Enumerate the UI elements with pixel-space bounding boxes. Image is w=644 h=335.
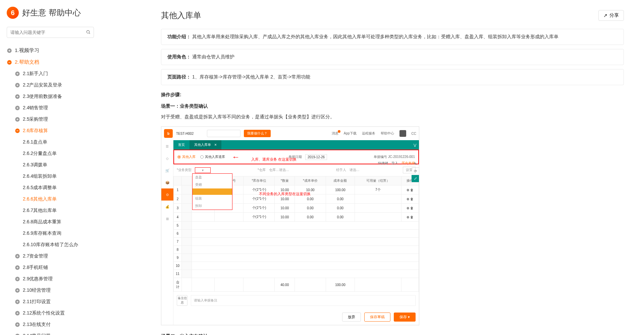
nav-item-2-13[interactable]: 2.13在线支付 bbox=[7, 319, 101, 330]
nav-item-2-6-7[interactable]: 2.6.7其他出库单 bbox=[7, 205, 101, 216]
intro-label: 功能介绍： bbox=[167, 34, 191, 39]
nav-item-2-6[interactable]: 2.6库存核算 bbox=[7, 125, 101, 136]
plus-icon bbox=[15, 265, 20, 270]
share-icon: ↗ bbox=[603, 13, 607, 18]
ss-nav-icon[interactable]: 💰 bbox=[161, 201, 173, 213]
ss-tabs-end: ⋁ bbox=[411, 140, 419, 150]
ss-nav-icon[interactable]: 🛒 bbox=[161, 164, 173, 176]
plus-icon bbox=[15, 254, 20, 259]
search-input[interactable] bbox=[7, 27, 94, 38]
nav-item-2-6-1[interactable]: 2.6.1盘点单 bbox=[7, 136, 101, 148]
annotation-arrow-icon: ← bbox=[232, 152, 240, 162]
ss-help-link[interactable]: 帮助中心 bbox=[381, 131, 394, 136]
ss-date-field[interactable]: 2019-12-26 bbox=[305, 154, 327, 160]
search-icon[interactable] bbox=[86, 30, 91, 35]
nav-item-2-6-3[interactable]: 2.6.3调拨单 bbox=[7, 159, 101, 171]
ss-dd-item[interactable]: 受赠 bbox=[193, 181, 232, 188]
close-icon[interactable]: × bbox=[214, 143, 217, 147]
ss-top-search[interactable] bbox=[207, 130, 240, 137]
ss-handler-label: 经手人 bbox=[336, 168, 346, 172]
th-cost: *成本单价 bbox=[295, 176, 326, 185]
nav-item-video[interactable]: 1.视频学习 bbox=[7, 45, 101, 56]
table-row[interactable]: 5不同业务的入库类型在这里切换 bbox=[174, 222, 419, 230]
nav-item-2-12[interactable]: 2.12系统个性化设置 bbox=[7, 308, 101, 319]
nav-item-2-3[interactable]: 2.3使用前数据准备 bbox=[7, 91, 101, 102]
ss-tool-icon[interactable]: ⤢ bbox=[412, 175, 419, 182]
ss-tool-icon[interactable]: ⟳ bbox=[412, 168, 419, 175]
table-row[interactable]: 7 bbox=[174, 238, 419, 246]
ss-tab-doc[interactable]: 其他入库单× bbox=[190, 140, 221, 150]
ss-save-button[interactable]: 保存 ▾ bbox=[394, 313, 416, 322]
nav-label: 2.6.5成本调整单 bbox=[23, 185, 57, 191]
ss-dd-item[interactable]: 组装 bbox=[193, 195, 232, 202]
nav-label: 2.7资金管理 bbox=[23, 253, 48, 259]
share-button[interactable]: ↗ 分享 bbox=[598, 10, 624, 21]
ss-nav-icon[interactable]: ◇ bbox=[161, 152, 173, 164]
ss-tenant: TEST-H002 bbox=[176, 132, 194, 135]
logo-text: 好生意 帮助中心 bbox=[22, 7, 81, 18]
table-row[interactable]: 6 bbox=[174, 230, 419, 238]
table-row[interactable]: 8 bbox=[174, 246, 419, 254]
nav-item-2-6-4[interactable]: 2.6.4组装拆卸单 bbox=[7, 171, 101, 182]
nav-tree: 1.视频学习 2.帮助文档 2.1新手入门 2.2产品安装及登录 2.3使用前数… bbox=[7, 45, 101, 335]
ss-msg-link[interactable]: 消息 bbox=[332, 131, 338, 136]
svg-point-0 bbox=[87, 30, 89, 33]
ss-remote-link[interactable]: 远程服务 bbox=[362, 131, 375, 136]
nav-item-2-6-2[interactable]: 2.6.2分量盘点单 bbox=[7, 148, 101, 159]
ss-avatar[interactable] bbox=[399, 130, 406, 137]
ss-tool-icon[interactable]: ✎ bbox=[412, 160, 419, 168]
nav-label: 2.6.1盘点单 bbox=[23, 139, 47, 145]
ss-warehouse-value[interactable]: 仓库…请选… bbox=[269, 168, 289, 172]
nav-label: 2.4销售管理 bbox=[23, 105, 48, 111]
nav-item-2-4[interactable]: 2.4销售管理 bbox=[7, 102, 101, 114]
nav-label: 2.6.4组装拆卸单 bbox=[23, 173, 57, 179]
ss-radio-return[interactable]: 其他入库退库 bbox=[200, 155, 225, 159]
ss-top-cta[interactable]: 我要做什么？ bbox=[244, 130, 271, 137]
ss-tab-home[interactable]: 首页 bbox=[173, 140, 190, 150]
nav-item-2-1[interactable]: 2.1新手入门 bbox=[7, 68, 101, 79]
nav-label: 2.11打印设置 bbox=[23, 299, 51, 305]
nav-item-2-6-6[interactable]: 2.6.6其他入库单 bbox=[7, 193, 101, 205]
table-row[interactable]: 11 bbox=[174, 270, 419, 278]
search-box bbox=[7, 27, 94, 38]
ss-remark-input[interactable]: 请输入单据备注 bbox=[191, 295, 416, 306]
main-content: 其他入库单 ↗ 分享 功能介绍： 其他入库单用来处理除采购入库、产成品入库之外的… bbox=[101, 0, 644, 335]
nav-item-2-5[interactable]: 2.5采购管理 bbox=[7, 114, 101, 125]
th-amount: 成本金额 bbox=[326, 176, 355, 185]
ss-left-nav: ☰ ◇ 🛒 📦 ⊙ 💰 ⊞ bbox=[161, 140, 173, 325]
ss-dd-item[interactable]: 盘盈 bbox=[193, 174, 232, 181]
nav-item-2-6-10[interactable]: 2.6.10库存账本错了怎么办 bbox=[7, 239, 101, 250]
nav-item-2-8[interactable]: 2.8手机旺铺 bbox=[7, 262, 101, 273]
nav-item-2-2[interactable]: 2.2产品安装及登录 bbox=[7, 79, 101, 91]
ss-radio-inbound[interactable]: 其他入库 bbox=[177, 155, 196, 159]
ss-biztype-select[interactable]: ▾ bbox=[195, 167, 211, 173]
ss-dd-item-selected[interactable] bbox=[193, 188, 232, 195]
nav-item-2-10[interactable]: 2.10经营管理 bbox=[7, 285, 101, 296]
ss-draft-button[interactable]: 保存草稿 bbox=[364, 313, 390, 322]
nav-item-2-7[interactable]: 2.7资金管理 bbox=[7, 250, 101, 262]
nav-item-2-9[interactable]: 2.9优惠券管理 bbox=[7, 273, 101, 285]
ss-handler-value[interactable]: 请选… bbox=[350, 168, 360, 172]
ss-nav-icon[interactable]: ☰ bbox=[161, 140, 173, 152]
table-row[interactable]: 9 bbox=[174, 254, 419, 262]
nav-label: 2.9优惠券管理 bbox=[23, 276, 53, 282]
content-section: 操作步骤: 场景一：业务类型确认 对于受赠、盘盈或是拆装入库等不同的业务，是通过… bbox=[161, 92, 624, 335]
ss-nav-icon[interactable]: ⊞ bbox=[161, 213, 173, 225]
nav-item-2-11[interactable]: 2.11打印设置 bbox=[7, 296, 101, 308]
table-row[interactable]: 4个(1*1个)10.000.000.00⊕ 🗑 bbox=[174, 213, 419, 222]
nav-label: 2.6.7其他出库单 bbox=[23, 208, 57, 214]
nav-item-docs[interactable]: 2.帮助文档 bbox=[7, 56, 101, 68]
ss-nav-icon-active[interactable]: ⊙ bbox=[161, 188, 173, 201]
nav-item-2-6-5[interactable]: 2.6.5成本调整单 bbox=[7, 182, 101, 193]
nav-item-2-14[interactable]: 2.14常见问题 bbox=[7, 330, 101, 335]
ss-tab-caret-icon[interactable]: ⋁ bbox=[414, 143, 416, 147]
ss-app-link[interactable]: App下载 bbox=[344, 131, 357, 136]
nav-item-2-6-9[interactable]: 2.6.9库存账本查询 bbox=[7, 228, 101, 239]
nav-label: 2.14常见问题 bbox=[23, 333, 51, 335]
ss-discard-button[interactable]: 放弃 bbox=[342, 313, 361, 322]
th-qty: *数量 bbox=[275, 176, 295, 185]
ss-nav-icon[interactable]: 📦 bbox=[161, 176, 173, 188]
ss-dd-item[interactable]: 拆卸 bbox=[193, 202, 232, 210]
table-row[interactable]: 10 bbox=[174, 262, 419, 270]
nav-item-2-6-8[interactable]: 2.6.8商品成本重算 bbox=[7, 216, 101, 228]
